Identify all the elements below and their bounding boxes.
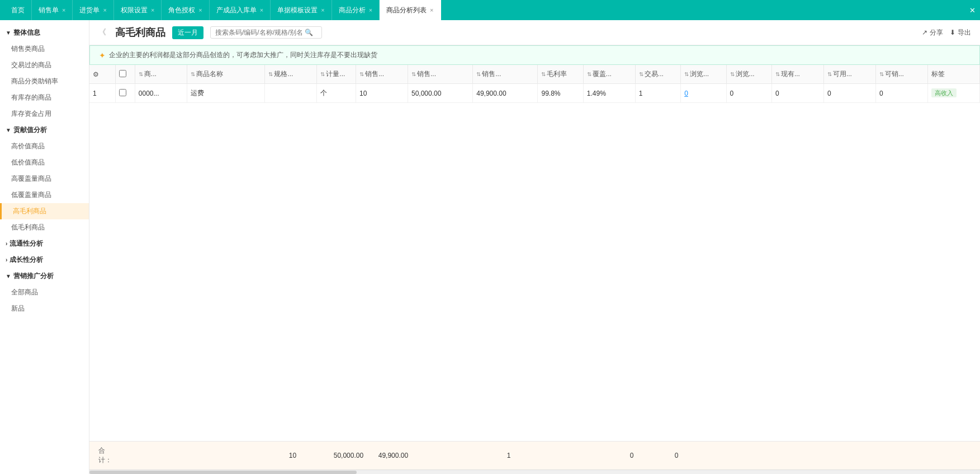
sidebar-item-category-rate[interactable]: 商品分类助销率 [0, 73, 89, 90]
tab-stock-in[interactable]: 产成品入库单 × [210, 0, 271, 20]
tab-role[interactable]: 角色授权 × [162, 0, 209, 20]
sidebar-item-stock-capital[interactable]: 库存资金占用 [0, 106, 89, 122]
header-actions: ↗ 分享 ⬇ 导出 [922, 28, 971, 37]
sidebar: ▼ 整体信息 销售类商品 交易过的商品 商品分类助销率 有库存的商品 库存资金占… [0, 20, 89, 474]
col-unit[interactable]: ⇅计量... [317, 65, 356, 84]
sidebar-item-all-goods[interactable]: 全部商品 [0, 284, 89, 301]
tab-template[interactable]: 单据模板设置 × [271, 0, 332, 20]
col-sales-cost[interactable]: ⇅销售... [473, 65, 538, 84]
tab-purchase[interactable]: 进货单 × [73, 0, 113, 20]
tab-product-analysis-list[interactable]: 商品分析列表 × [380, 0, 441, 20]
scrollbar-thumb[interactable] [89, 471, 357, 474]
close-tab-purchase[interactable]: × [103, 7, 106, 13]
cell-views2: 0 [726, 84, 771, 103]
footer-transactions: 1 [504, 452, 548, 459]
arrow-icon: › [6, 257, 7, 263]
close-tab-stock-in[interactable]: × [260, 7, 263, 13]
notice-bar: ✦ 企业的主要的利润都是这部分商品创造的，可考虑加大推广，同时关注库存是不要出现… [89, 45, 980, 65]
col-checkbox[interactable] [115, 65, 135, 84]
search-box[interactable]: 🔍 [210, 26, 322, 39]
col-tag[interactable]: 标签 [927, 65, 979, 84]
close-tab-sales[interactable]: × [62, 7, 65, 13]
footer-available-stock: 0 [627, 452, 671, 459]
close-tab-product-analysis-list[interactable]: × [430, 7, 433, 13]
close-tab-product-analysis[interactable]: × [369, 7, 372, 13]
tab-sales-order[interactable]: 销售单 × [32, 0, 73, 20]
collapse-sidebar-button[interactable]: 《 [98, 27, 106, 37]
footer-sales-amount: 50,000.00 [330, 452, 375, 459]
window-close-button[interactable]: ✕ [969, 6, 976, 15]
col-gross-rate[interactable]: ⇅毛利率 [538, 65, 583, 84]
close-tab-permission[interactable]: × [151, 7, 154, 13]
sidebar-section-liquidity[interactable]: › 流通性分析 [0, 236, 89, 252]
export-button[interactable]: ⬇ 导出 [950, 28, 971, 37]
col-sales-qty[interactable]: ⇅销售... [356, 65, 408, 84]
horizontal-scrollbar[interactable] [89, 470, 980, 474]
sidebar-item-low-margin[interactable]: 低毛利商品 [0, 219, 89, 236]
sort-icon: ⇅ [139, 71, 143, 77]
col-settings[interactable]: ⚙ [89, 65, 115, 84]
col-name[interactable]: ⇅商品名称 [187, 65, 264, 84]
sidebar-item-in-stock[interactable]: 有库存的商品 [0, 90, 89, 106]
sort-icon: ⇅ [879, 71, 884, 77]
period-button[interactable]: 近一月 [172, 26, 203, 39]
sidebar-item-high-value[interactable]: 高价值商品 [0, 138, 89, 154]
col-coverage[interactable]: ⇅覆盖... [583, 65, 635, 84]
sidebar-item-new-goods[interactable]: 新品 [0, 301, 89, 317]
sort-icon: ⇅ [827, 71, 832, 77]
top-navigation: 首页 销售单 × 进货单 × 权限设置 × 角色授权 × 产成品入库单 × 单据… [0, 0, 980, 20]
sort-icon: ⇅ [639, 71, 643, 77]
views1-link[interactable]: 0 [684, 90, 688, 97]
data-table: ⚙ ⇅商... ⇅商品名称 ⇅规格... [89, 65, 980, 103]
close-tab-template[interactable]: × [321, 7, 324, 13]
sort-icon: ⇅ [587, 71, 591, 77]
col-current-stock[interactable]: ⇅现有... [771, 65, 823, 84]
sidebar-section-contribution[interactable]: ▼ 贡献值分析 [0, 122, 89, 138]
tab-product-analysis[interactable]: 商品分析 × [332, 0, 380, 20]
settings-icon: ⚙ [93, 71, 99, 78]
sidebar-item-high-margin[interactable]: 高毛利商品 [0, 203, 89, 219]
footer-values: 10 50,000.00 49,900.00 1 0 0 [129, 452, 971, 459]
cell-tag: 高收入 [927, 84, 979, 103]
sidebar-item-low-coverage[interactable]: 低覆盖量商品 [0, 187, 89, 203]
col-available-stock[interactable]: ⇅可用... [823, 65, 875, 84]
col-views2[interactable]: ⇅浏览... [726, 65, 771, 84]
table-row: 1 0000... 运费 个 10 50,000.00 49,900.00 99… [89, 84, 980, 103]
sidebar-section-growth[interactable]: › 成长性分析 [0, 252, 89, 268]
main-area: ▼ 整体信息 销售类商品 交易过的商品 商品分类助销率 有库存的商品 库存资金占… [0, 20, 980, 474]
sort-icon: ⇅ [775, 71, 780, 77]
close-tab-role[interactable]: × [198, 7, 202, 13]
col-transactions[interactable]: ⇅交易... [635, 65, 680, 84]
cell-seq: 1 [89, 84, 115, 103]
sidebar-item-traded-goods[interactable]: 交易过的商品 [0, 57, 89, 73]
sidebar-item-low-value[interactable]: 低价值商品 [0, 154, 89, 171]
share-button[interactable]: ↗ 分享 [922, 28, 943, 37]
sort-icon: ⇅ [320, 71, 325, 77]
search-input[interactable] [215, 29, 305, 36]
footer-sales-qty: 10 [286, 452, 330, 459]
cell-gross-rate: 99.8% [538, 84, 583, 103]
sidebar-section-marketing[interactable]: ▼ 营销推广分析 [0, 268, 89, 284]
data-table-container: ⚙ ⇅商... ⇅商品名称 ⇅规格... [89, 65, 980, 441]
sort-icon: ⇅ [476, 71, 481, 77]
sidebar-section-overall[interactable]: ▼ 整体信息 [0, 25, 89, 41]
col-views1[interactable]: ⇅浏览... [681, 65, 726, 84]
tab-permission[interactable]: 权限设置 × [114, 0, 162, 20]
sidebar-item-high-coverage[interactable]: 高覆盖量商品 [0, 171, 89, 187]
sort-icon: ⇅ [411, 71, 416, 77]
search-icon[interactable]: 🔍 [305, 29, 313, 36]
tab-home[interactable]: 首页 [4, 0, 32, 20]
cell-unit: 个 [317, 84, 356, 103]
sidebar-item-sales-goods[interactable]: 销售类商品 [0, 41, 89, 57]
col-saleable[interactable]: ⇅可销... [875, 65, 927, 84]
col-code[interactable]: ⇅商... [135, 65, 187, 84]
row-checkbox[interactable] [119, 89, 126, 96]
cell-checkbox[interactable] [115, 84, 135, 103]
cell-views1[interactable]: 0 [681, 84, 726, 103]
col-sales-amount[interactable]: ⇅销售... [408, 65, 473, 84]
content-area: 《 高毛利商品 近一月 🔍 ↗ 分享 ⬇ 导出 ✦ 企业的主要的利润都是这部 [89, 20, 980, 474]
footer-saleable: 0 [671, 452, 716, 459]
select-all-checkbox[interactable] [119, 70, 126, 77]
col-spec[interactable]: ⇅规格... [265, 65, 317, 84]
cell-current-stock: 0 [771, 84, 823, 103]
